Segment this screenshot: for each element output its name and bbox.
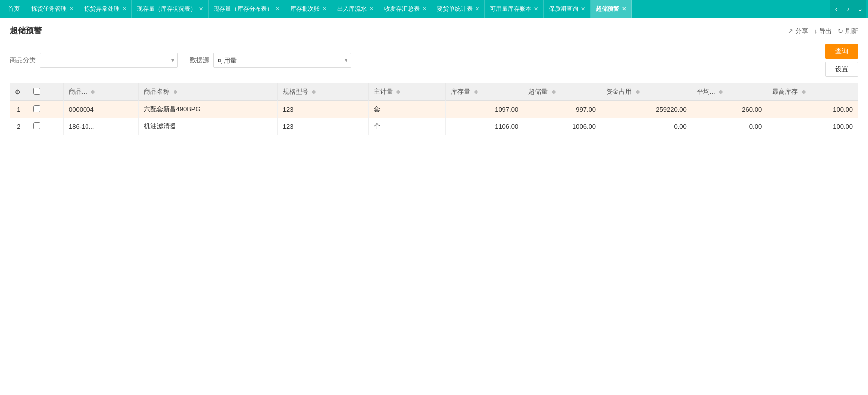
nav-tab-order-stat-close[interactable]: ✕ [475, 6, 479, 12]
th-spec[interactable]: 规格型号 [277, 83, 368, 101]
row-stock: 1106.00 [446, 118, 523, 135]
nav-tab-quality-close[interactable]: ✕ [581, 6, 585, 12]
row-max-stock: 100.00 [767, 118, 858, 135]
sort-avg-icon [719, 90, 723, 94]
sort-product-code-icon [91, 90, 95, 94]
sort-overstock-icon [552, 90, 556, 94]
nav-tab-batch-close[interactable]: ✕ [322, 6, 327, 12]
sort-product-name-icon [174, 90, 177, 94]
row-product-name: 六配套新昌490BPG [139, 101, 277, 118]
row-capital: 259220.00 [601, 101, 692, 118]
refresh-icon: ↻ [838, 27, 843, 35]
datasource-select-wrapper: 可用量 ▾ [213, 53, 351, 68]
nav-tab-exception-close[interactable]: ✕ [122, 6, 127, 12]
refresh-button[interactable]: ↻ 刷新 [838, 27, 858, 36]
nav-tab-task-close[interactable]: ✕ [69, 6, 74, 12]
row-max-stock: 100.00 [767, 101, 858, 118]
nav-tab-avail-close[interactable]: ✕ [534, 6, 538, 12]
nav-tab-overstock[interactable]: 超储预警 ✕ [591, 0, 632, 18]
th-overstock[interactable]: 超储量 [523, 83, 601, 101]
filter-buttons: 查询 设置 [825, 44, 858, 77]
nav-tab-inout-close[interactable]: ✕ [369, 6, 374, 12]
nav-tab-exception-label: 拣货异常处理 [84, 5, 120, 13]
row-number: 1 [10, 101, 28, 118]
th-unit[interactable]: 主计量 [368, 83, 446, 101]
th-capital[interactable]: 资金占用 [601, 83, 692, 101]
nav-tab-inventory-dist-close[interactable]: ✕ [275, 6, 280, 12]
th-settings[interactable]: ⚙ [10, 83, 28, 101]
nav-tab-inventory-status-close[interactable]: ✕ [199, 6, 203, 12]
row-spec: 123 [277, 101, 368, 118]
th-product-name[interactable]: 商品名称 [139, 83, 277, 101]
nav-tab-collect-label: 收发存汇总表 [384, 5, 420, 13]
nav-tab-task-label: 拣货任务管理 [31, 5, 67, 13]
nav-tab-home[interactable]: 首页 [2, 0, 26, 18]
nav-tab-inventory-dist-label: 现存量（库存分布表） [214, 5, 273, 13]
export-button[interactable]: ↓ 导出 [814, 27, 832, 36]
th-stock[interactable]: 库存量 [446, 83, 523, 101]
header-actions: ↗ 分享 ↓ 导出 ↻ 刷新 [788, 27, 859, 36]
nav-tab-inout-label: 出入库流水 [337, 5, 367, 13]
th-stock-label: 库存量 [451, 88, 470, 95]
row-checkbox-cell [28, 101, 64, 118]
table-row: 1 0000004 六配套新昌490BPG 123 套 1097.00 997.… [10, 101, 858, 118]
th-product-code[interactable]: 商品... [64, 83, 139, 101]
nav-tab-order-stat-label: 要货单统计表 [437, 5, 473, 13]
row-capital: 0.00 [601, 118, 692, 135]
nav-tab-home-label: 首页 [8, 5, 20, 13]
row-avg: 0.00 [692, 118, 767, 135]
nav-tab-collect-close[interactable]: ✕ [422, 6, 427, 12]
row-checkbox-cell [28, 118, 64, 135]
nav-tab-avail-label: 可用量库存账本 [490, 5, 531, 13]
nav-tab-exception[interactable]: 拣货异常处理 ✕ [79, 0, 132, 18]
th-product-code-label: 商品... [69, 88, 87, 95]
gear-icon: ⚙ [15, 88, 21, 96]
nav-prev-button[interactable]: ‹ [830, 0, 842, 18]
row-number: 2 [10, 118, 28, 135]
refresh-label: 刷新 [845, 27, 858, 36]
row-checkbox[interactable] [33, 122, 40, 129]
row-product-code: 186-10... [64, 118, 139, 135]
nav-tab-inventory-dist[interactable]: 现存量（库存分布表） ✕ [209, 0, 285, 18]
query-button[interactable]: 查询 [825, 44, 858, 59]
nav-tab-order-stat[interactable]: 要货单统计表 ✕ [432, 0, 485, 18]
th-unit-label: 主计量 [374, 88, 393, 95]
filter-row: 商品分类 ▾ 数据源 可用量 ▾ 查询 设置 [10, 44, 858, 77]
row-stock: 1097.00 [446, 101, 523, 118]
sort-unit-icon [396, 90, 400, 94]
sort-stock-icon [474, 90, 478, 94]
select-all-checkbox[interactable] [33, 88, 40, 95]
share-icon: ↗ [788, 27, 793, 35]
row-unit: 个 [368, 118, 446, 135]
row-product-name: 机油滤清器 [139, 118, 277, 135]
nav-tab-inout[interactable]: 出入库流水 ✕ [332, 0, 379, 18]
th-avg[interactable]: 平均... [692, 83, 767, 101]
datasource-select[interactable]: 可用量 [213, 53, 351, 68]
nav-menu-button[interactable]: ⌄ [854, 0, 866, 18]
nav-tab-task[interactable]: 拣货任务管理 ✕ [26, 0, 79, 18]
th-avg-label: 平均... [697, 88, 715, 95]
share-button[interactable]: ↗ 分享 [788, 27, 808, 36]
settings-button[interactable]: 设置 [825, 62, 858, 77]
nav-next-button[interactable]: › [842, 0, 854, 18]
th-overstock-label: 超储量 [528, 88, 548, 95]
sort-spec-icon [312, 90, 316, 94]
nav-tab-quality[interactable]: 保质期查询 ✕ [544, 0, 591, 18]
row-checkbox[interactable] [33, 105, 40, 112]
th-checkbox [28, 83, 64, 101]
category-select[interactable] [40, 53, 178, 68]
sort-capital-icon [636, 90, 640, 94]
nav-tab-collect[interactable]: 收发存汇总表 ✕ [379, 0, 432, 18]
nav-tab-inventory-status[interactable]: 现存量（库存状况表） ✕ [132, 0, 209, 18]
row-overstock: 1006.00 [523, 118, 601, 135]
th-spec-label: 规格型号 [283, 88, 308, 95]
page-header: 超储预警 ↗ 分享 ↓ 导出 ↻ 刷新 [10, 26, 858, 36]
nav-tab-overstock-close[interactable]: ✕ [622, 6, 626, 12]
nav-tab-overstock-label: 超储预警 [596, 5, 619, 13]
nav-tab-avail[interactable]: 可用量库存账本 ✕ [485, 0, 544, 18]
sort-max-stock-icon [802, 90, 806, 94]
th-max-stock[interactable]: 最高库存 [767, 83, 858, 101]
nav-tab-quality-label: 保质期查询 [549, 5, 578, 13]
nav-tab-batch[interactable]: 库存批次账 ✕ [285, 0, 332, 18]
th-max-stock-label: 最高库存 [772, 88, 798, 95]
